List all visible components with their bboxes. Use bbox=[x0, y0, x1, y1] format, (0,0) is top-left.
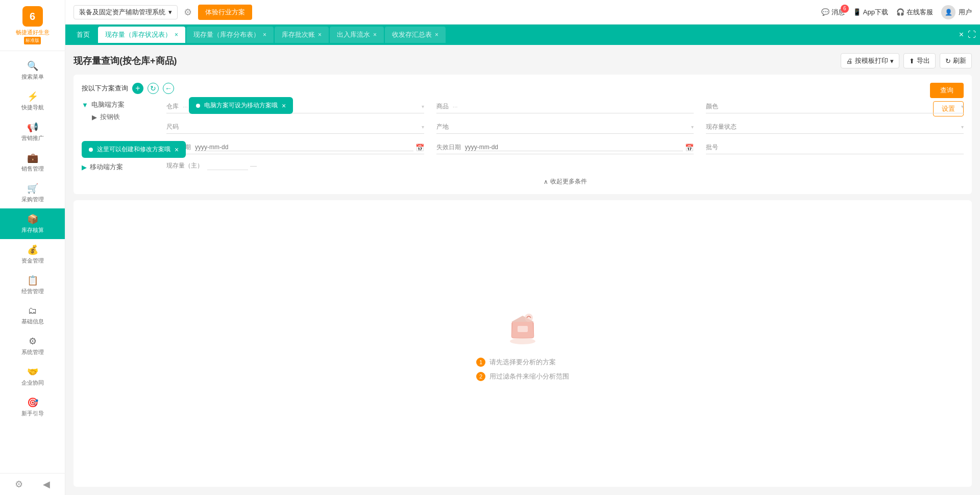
tab-stock-status[interactable]: 现存量（库存状况表） × bbox=[98, 27, 185, 43]
sidebar-item-finance[interactable]: 💰 资金管理 bbox=[0, 239, 65, 270]
export-button[interactable]: ⬆ 导出 bbox=[903, 53, 936, 68]
origin-select-row[interactable]: 产地 ▾ bbox=[436, 121, 694, 134]
sidebar-label-inventory: 库存核算 bbox=[21, 226, 44, 234]
expire-date-row[interactable]: 失效日期 📅 bbox=[436, 141, 694, 154]
filter-add-button[interactable]: + bbox=[132, 83, 143, 94]
origin-dropdown-icon: ▾ bbox=[691, 124, 694, 130]
search-icon: 🔍 bbox=[27, 60, 38, 72]
tab-flow[interactable]: 出入库流水 × bbox=[330, 27, 384, 43]
template-print-button[interactable]: 🖨 按模板打印 ▾ bbox=[841, 53, 899, 68]
sidebar-label-quick-nav: 快捷导航 bbox=[21, 104, 44, 111]
sidebar-item-guide[interactable]: 🎯 新手引导 bbox=[0, 392, 65, 422]
settings-bottom-icon[interactable]: ⚙ bbox=[15, 479, 23, 490]
user-label: 用户 bbox=[959, 8, 972, 17]
stock-main-label: 现存量（主） bbox=[166, 161, 203, 170]
sidebar-label-finance: 资金管理 bbox=[21, 257, 44, 265]
sidebar-label-base: 基础信息 bbox=[21, 318, 44, 325]
color-select-row[interactable]: 颜色 ▾ bbox=[706, 100, 964, 113]
tab-stock-dist-close[interactable]: × bbox=[263, 31, 266, 38]
filter-refresh-button[interactable]: ↻ bbox=[148, 83, 159, 94]
topbar-settings-icon[interactable]: ⚙ bbox=[184, 7, 192, 18]
sidebar-label-search: 搜索菜单 bbox=[21, 73, 44, 81]
svg-point-0 bbox=[510, 338, 535, 344]
sidebar-item-quick-nav[interactable]: ⚡ 快捷导航 bbox=[0, 86, 65, 116]
empty-steps: 1 请先选择要分析的方案 2 用过滤条件来缩小分析范围 bbox=[476, 358, 569, 381]
schema-pc-label: 电脑端方案 bbox=[91, 100, 125, 109]
tab-batch-close[interactable]: × bbox=[318, 31, 322, 38]
refresh-icon: ↻ bbox=[945, 57, 951, 65]
stock-status-select-row[interactable]: 现存量状态 ▾ bbox=[706, 121, 964, 134]
refresh-button[interactable]: ↻ 刷新 bbox=[940, 53, 972, 68]
expire-date-calendar-icon[interactable]: 📅 bbox=[685, 144, 694, 152]
tab-batch[interactable]: 库存批次账 × bbox=[275, 27, 329, 43]
tab-summary[interactable]: 收发存汇总表 × bbox=[385, 27, 446, 43]
template-arrow: ▾ bbox=[890, 57, 894, 65]
tab-expand[interactable]: ⛶ bbox=[968, 30, 976, 39]
tab-summary-close[interactable]: × bbox=[435, 31, 438, 38]
tooltip2-close[interactable]: × bbox=[175, 146, 179, 154]
field-goods: 商品 ··· bbox=[436, 100, 694, 113]
svg-point-3 bbox=[525, 314, 533, 322]
print-icon: 🖨 bbox=[846, 57, 853, 65]
stock-main-min[interactable] bbox=[207, 162, 248, 170]
collab-icon: 🤝 bbox=[27, 366, 38, 378]
trial-button[interactable]: 体验行业方案 bbox=[198, 5, 252, 20]
tab-stock-status-close[interactable]: × bbox=[175, 31, 178, 38]
schema-mobile-toggle[interactable]: ▶ bbox=[82, 163, 87, 171]
collapse-conditions-button[interactable]: ∧ 收起更多条件 bbox=[166, 177, 964, 186]
goods-select-row[interactable]: 商品 ··· bbox=[436, 100, 694, 113]
tab-home[interactable]: 首页 bbox=[69, 27, 97, 43]
system-select[interactable]: 装备及固定资产辅助管理系统 ▾ bbox=[74, 5, 178, 19]
message-button[interactable]: 💬 消息 6 bbox=[821, 8, 845, 17]
origin-label: 产地 bbox=[436, 123, 449, 131]
filter-back-button[interactable]: ← bbox=[163, 83, 174, 94]
tooltip1-close[interactable]: × bbox=[282, 102, 286, 110]
schema-pc-item-gangtic[interactable]: ▶ 按钢铁 bbox=[92, 112, 158, 122]
sidebar-item-system[interactable]: ⚙ 系统管理 bbox=[0, 331, 65, 361]
schema-pc-row: ▼ 电脑端方案 bbox=[82, 100, 158, 109]
tabs-controls: × ⛶ bbox=[959, 30, 976, 39]
schema-pc-toggle[interactable]: ▼ bbox=[82, 101, 88, 109]
tabs-bar: 首页 现存量（库存状况表） × 现存量（库存分布表） × 库存批次账 × 出入库… bbox=[65, 25, 980, 45]
collapse-sidebar-icon[interactable]: ◀ bbox=[43, 479, 50, 490]
sidebar-item-sales[interactable]: 💼 销售管理 bbox=[0, 147, 65, 178]
stock-status-dropdown-icon: ▾ bbox=[961, 124, 964, 130]
tab-close-all[interactable]: × bbox=[959, 30, 964, 39]
sidebar-item-search[interactable]: 🔍 搜索菜单 bbox=[0, 55, 65, 86]
sidebar-item-inventory[interactable]: 📦 库存核算 bbox=[0, 208, 65, 239]
schema-pc-items: ▶ 按钢铁 bbox=[82, 112, 158, 122]
tooltip2-text: 这里可以创建和修改方案哦 bbox=[97, 145, 170, 154]
user-menu[interactable]: 👤 用户 bbox=[941, 5, 972, 19]
online-service-button[interactable]: 🎧 在线客服 bbox=[896, 8, 933, 17]
tab-stock-dist[interactable]: 现存量（库存分布表） × bbox=[186, 27, 274, 43]
produce-date-input[interactable] bbox=[195, 144, 413, 151]
sidebar-logo[interactable]: 6 畅捷通好生意 标准版 bbox=[0, 0, 65, 51]
sidebar-item-ops[interactable]: 📋 经营管理 bbox=[0, 270, 65, 300]
size-select-row[interactable]: 尺码 ▾ bbox=[166, 121, 424, 134]
tab-flow-close[interactable]: × bbox=[373, 31, 377, 38]
sidebar-nav: 🔍 搜索菜单 ⚡ 快捷导航 📢 营销推广 💼 销售管理 🛒 采购管理 📦 库存核… bbox=[0, 51, 65, 473]
size-label: 尺码 bbox=[166, 123, 179, 131]
sidebar-item-collab[interactable]: 🤝 企业协同 bbox=[0, 361, 65, 392]
field-stock-status: 现存量状态 ▾ bbox=[706, 121, 964, 134]
batch-select-row[interactable]: 批号 bbox=[706, 141, 964, 154]
schema-mobile-row: ▶ 移动端方案 bbox=[82, 162, 158, 172]
collapse-arrow-icon: ∧ bbox=[544, 178, 548, 185]
sidebar-item-base[interactable]: 🗂 基础信息 bbox=[0, 300, 65, 331]
marketing-icon: 📢 bbox=[27, 122, 38, 133]
schema-list: ▼ 电脑端方案 ▶ 按钢铁 这里可以创建和修改方案哦 bbox=[82, 100, 158, 186]
expire-date-label: 失效日期 bbox=[436, 143, 461, 152]
quick-nav-icon: ⚡ bbox=[27, 91, 38, 102]
app-download-button[interactable]: 📱 App下载 bbox=[853, 8, 888, 17]
expire-date-input[interactable] bbox=[465, 144, 683, 151]
logo-icon: 6 bbox=[22, 6, 43, 27]
produce-date-row[interactable]: 生产日期 📅 bbox=[166, 141, 424, 154]
sidebar-item-purchase[interactable]: 🛒 采购管理 bbox=[0, 178, 65, 208]
field-stock-main: 现存量（主） — bbox=[166, 161, 428, 170]
produce-date-calendar-icon[interactable]: 📅 bbox=[415, 144, 424, 152]
empty-step-2: 2 用过滤条件来缩小分析范围 bbox=[476, 372, 569, 381]
finance-icon: 💰 bbox=[27, 244, 38, 255]
filter-header: 按以下方案查询 + ↻ ← 电脑方案可设为移动方案哦 × bbox=[82, 83, 964, 94]
sidebar-label-ops: 经营管理 bbox=[21, 288, 44, 295]
sidebar-item-marketing[interactable]: 📢 营销推广 bbox=[0, 116, 65, 147]
